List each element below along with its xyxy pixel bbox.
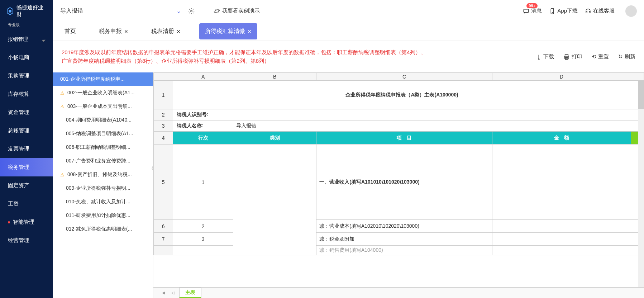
svg-point-0: [9, 10, 11, 12]
search-area: 导入报错 ⌄: [60, 7, 195, 15]
vertical-scrollbar[interactable]: [638, 80, 644, 287]
tree-item-004[interactable]: 004-期间费用明细表(A1040...: [53, 113, 153, 127]
header-project[interactable]: 项 目: [316, 132, 492, 145]
sidebar-item-caigou[interactable]: 采购管理: [0, 67, 53, 85]
collapse-handle-icon[interactable]: 《: [149, 166, 153, 171]
download-button[interactable]: ⭳下载: [536, 53, 554, 60]
cell-amount[interactable]: [492, 233, 631, 246]
demo-link-label: 我要看实例演示: [222, 8, 260, 14]
sidebar-item-gongzi[interactable]: 工资: [0, 195, 53, 213]
cell-amount[interactable]: [492, 246, 631, 255]
cell-rownum[interactable]: 2: [173, 220, 233, 233]
row-header[interactable]: [154, 246, 173, 255]
sheet-nav-prev-icon[interactable]: ◁: [170, 290, 176, 295]
corner-cell[interactable]: [154, 73, 173, 81]
cell-project[interactable]: 减：销售费用(填写A104000): [316, 246, 492, 255]
message-button[interactable]: 99+ 消息: [523, 8, 542, 14]
close-icon[interactable]: ✕: [176, 29, 181, 34]
reset-button[interactable]: ⟲重置: [592, 53, 609, 60]
row-header[interactable]: 2: [154, 109, 173, 120]
header-category[interactable]: 类别: [233, 132, 316, 145]
row-header[interactable]: 6: [154, 220, 173, 233]
notice-bar: 2019年度涉及取以前年度结转数据的申报表单元格需要手工维护正确，才能保证本年及…: [53, 41, 644, 72]
online-service-button[interactable]: 在线客服: [585, 8, 615, 14]
col-a[interactable]: A: [173, 73, 233, 81]
table-row: 4 行次 类别 项 目 金 额: [154, 132, 644, 145]
sheet-title[interactable]: 企业所得税年度纳税申报表（A类）主表(A100000): [173, 81, 631, 109]
row-header[interactable]: 3: [154, 120, 173, 132]
header-amount[interactable]: 金 额: [492, 132, 631, 145]
table-row: 5 1 一、营业收入(填写A101010\101020\103000): [154, 145, 644, 220]
cell-rownum[interactable]: [173, 246, 233, 255]
cell-project[interactable]: 减：税金及附加: [316, 233, 492, 246]
tab-shuibiaoqingce[interactable]: 税表清册✕: [147, 25, 185, 38]
cell-rownum[interactable]: 3: [173, 233, 233, 246]
close-icon[interactable]: ✕: [247, 29, 252, 34]
chevron-down-icon[interactable]: ⌄: [176, 8, 181, 14]
cell-project[interactable]: 减：营业成本(填写A102010\102020\103000): [316, 220, 492, 233]
svg-point-1: [191, 10, 192, 12]
table-row: 减：销售费用(填写A104000): [154, 246, 644, 255]
topbar-right: 99+ 消息 App下载 在线客服: [523, 5, 637, 17]
sheet-grid[interactable]: A B C D 1 企业所得税年度纳税申报表（A类）主表(A100000): [153, 72, 644, 287]
cell-rownum[interactable]: 1: [173, 145, 233, 220]
red-dot-icon: [8, 221, 10, 223]
tree-item-007[interactable]: 007-广告费和业务宣传费跨...: [53, 154, 153, 168]
taxpayer-name-label[interactable]: 纳税人名称:: [173, 120, 233, 132]
sidebar-item-kucun[interactable]: 库存核算: [0, 85, 53, 103]
tree-item-012[interactable]: 012-减免所得税优惠明细表(...: [53, 222, 153, 236]
col-d[interactable]: D: [492, 73, 631, 81]
taxpayer-name-value[interactable]: 导入报错: [233, 120, 631, 132]
tab-suodeshui[interactable]: 所得税汇算清缴✕: [199, 23, 257, 39]
row-header[interactable]: 7: [154, 233, 173, 246]
tree-item-001[interactable]: 001-企业所得税年度纳税申...: [53, 72, 153, 86]
tab-shuiwushenbao[interactable]: 税务申报✕: [95, 25, 133, 38]
sidebar-item-fapiao[interactable]: 发票管理: [0, 140, 53, 158]
tab-home[interactable]: 首页: [60, 25, 80, 38]
col-c[interactable]: C: [316, 73, 492, 81]
tree-item-008[interactable]: ⚠008-资产折旧、摊销及纳税...: [53, 168, 153, 181]
tree-item-003[interactable]: ⚠003-一般企业成本支出明细...: [53, 100, 153, 113]
reset-icon: ⟲: [592, 53, 596, 60]
sidebar-item-xiaochang[interactable]: 小畅电商: [0, 48, 53, 67]
taxpayer-id[interactable]: 纳税人识别号:: [173, 109, 631, 120]
close-icon[interactable]: ✕: [124, 29, 128, 34]
tree-item-009[interactable]: 009-企业所得税弥补亏损明...: [53, 181, 153, 195]
col-b[interactable]: B: [233, 73, 316, 81]
header-rownum[interactable]: 行次: [173, 132, 233, 145]
sidebar-item-baoxiao[interactable]: 报销管理◢: [0, 30, 53, 48]
cell-amount[interactable]: [492, 145, 631, 220]
refresh-button[interactable]: ↻刷新: [618, 53, 635, 60]
headset-icon: [585, 8, 591, 14]
col-extra[interactable]: [631, 73, 644, 81]
tree-item-005[interactable]: 005-纳税调整项目明细表(A1...: [53, 127, 153, 141]
sidebar-item-zongzhang[interactable]: 总账管理: [0, 122, 53, 140]
search-input[interactable]: 导入报错: [60, 7, 83, 15]
toolbar: ⭳下载 打印 ⟲重置 ↻刷新: [536, 53, 635, 60]
sheet-nav-first-icon[interactable]: ◀: [161, 290, 166, 295]
svg-point-6: [552, 13, 553, 13]
cell-category[interactable]: [233, 145, 316, 255]
tree-item-010[interactable]: 010-免税、减计收入及加计...: [53, 195, 153, 209]
sheet-tab-main[interactable]: 主表: [179, 288, 201, 298]
print-button[interactable]: 打印: [563, 53, 582, 60]
app-download-button[interactable]: App下载: [549, 8, 578, 14]
warning-icon: ⚠: [60, 90, 65, 96]
cell-project[interactable]: 一、营业收入(填写A101010\101020\103000): [316, 145, 492, 220]
row-header[interactable]: 5: [154, 145, 173, 220]
gear-icon[interactable]: [188, 7, 195, 15]
sidebar-item-jingying[interactable]: 经营管理: [0, 231, 53, 250]
sidebar-item-zijin[interactable]: 资金管理: [0, 103, 53, 122]
avatar[interactable]: [625, 5, 637, 17]
tree-item-002[interactable]: ⚠002-一般企业收入明细表(A1...: [53, 86, 153, 100]
cell-amount[interactable]: [492, 220, 631, 233]
demo-link[interactable]: 我要看实例演示: [214, 8, 260, 14]
sheet-tabs: ◀ ◁ 主表: [153, 287, 644, 298]
sidebar-item-zhineng[interactable]: 智能管理: [0, 213, 53, 231]
row-header[interactable]: 4: [154, 132, 173, 145]
tree-item-011[interactable]: 011-研发费用加计扣除优惠...: [53, 209, 153, 222]
sidebar-item-guding[interactable]: 固定资产: [0, 176, 53, 195]
sidebar-item-shuiwu[interactable]: 税务管理: [0, 158, 53, 176]
tree-item-006[interactable]: 006-职工薪酬纳税调整明细...: [53, 141, 153, 154]
row-header[interactable]: 1: [154, 81, 173, 109]
